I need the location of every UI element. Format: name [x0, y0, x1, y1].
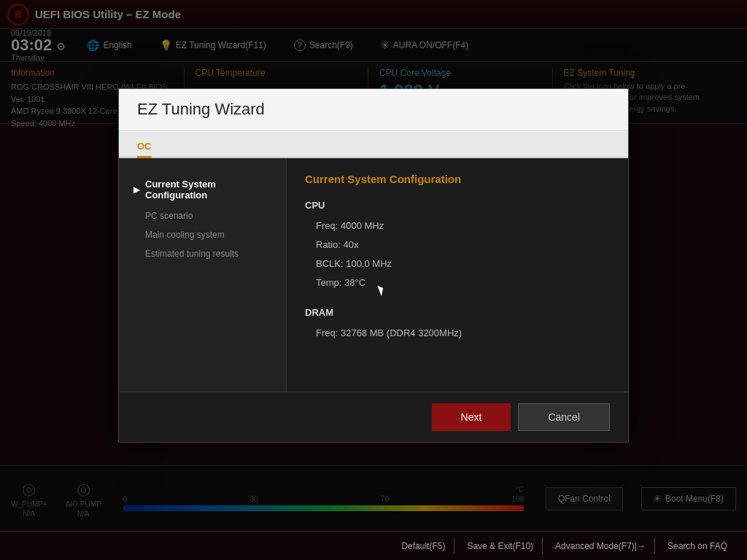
dram-config-section: DRAM Freq: 32768 MB (DDR4 3200MHz) [305, 307, 610, 343]
dram-label: DRAM [305, 307, 610, 318]
wizard-title: EZ Tuning Wizard [137, 100, 610, 119]
arrow-icon: ▶ [133, 185, 139, 195]
wizard-header: EZ Tuning Wizard [119, 89, 628, 131]
wizard-content: Current System Configuration CPU Freq: 4… [287, 158, 628, 392]
modal-overlay: EZ Tuning Wizard OC ▶ Current System Con… [0, 0, 747, 531]
content-title: Current System Configuration [305, 173, 610, 185]
save-exit-btn[interactable]: Save & Exit(F10) [458, 538, 543, 554]
wizard-nav: ▶ Current System Configuration PC scenar… [119, 158, 287, 392]
next-button[interactable]: Next [432, 403, 511, 431]
nav-current-config[interactable]: ▶ Current System Configuration [119, 173, 286, 206]
cancel-button[interactable]: Cancel [518, 403, 610, 431]
advanced-mode-btn[interactable]: Advanced Mode(F7)|→ [546, 538, 655, 554]
wizard-body: ▶ Current System Configuration PC scenar… [119, 158, 628, 392]
nav-est-results[interactable]: Estimated tuning results [119, 244, 286, 263]
cpu-ratio: Ratio: 40x [305, 236, 610, 254]
nav-main-cooling[interactable]: Main cooling system [119, 225, 286, 244]
wizard-footer: Next Cancel [119, 392, 628, 442]
cpu-freq: Freq: 4000 MHz [305, 217, 610, 236]
nav-pc-scenario[interactable]: PC scenario [119, 206, 286, 225]
cpu-label: CPU [305, 200, 610, 211]
tab-oc[interactable]: OC [137, 136, 152, 158]
search-faq-btn[interactable]: Search on FAQ [659, 538, 736, 554]
default-btn[interactable]: Default(F5) [392, 538, 454, 554]
dram-freq: Freq: 32768 MB (DDR4 3200MHz) [305, 324, 610, 343]
cpu-temp: Temp: 38°C [305, 273, 610, 292]
cpu-config-section: CPU Freq: 4000 MHz Ratio: 40x BCLK: 100.… [305, 200, 610, 292]
cpu-bclk: BCLK: 100.0 MHz [305, 254, 610, 273]
wizard-modal: EZ Tuning Wizard OC ▶ Current System Con… [118, 88, 629, 443]
wizard-tabs: OC [119, 131, 628, 158]
bottom-bar: Default(F5) Save & Exit(F10) Advanced Mo… [0, 531, 747, 560]
